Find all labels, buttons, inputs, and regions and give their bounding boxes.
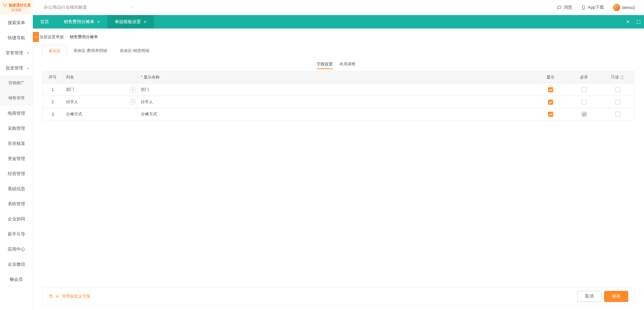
checkbox[interactable] xyxy=(615,87,620,92)
cell-seq: 3 xyxy=(43,108,63,120)
checkbox[interactable] xyxy=(548,87,553,92)
th-seq: 序号 xyxy=(43,71,63,84)
sidebar-item[interactable]: 库存核算 xyxy=(0,136,33,151)
sidebar-item[interactable]: 搜索菜单 xyxy=(0,15,33,30)
sidebar-item-label: 采购管理 xyxy=(8,125,25,132)
sidebar-item-label: 快捷导航 xyxy=(8,35,25,41)
tab[interactable]: 销售费用分摊单✕ xyxy=(56,15,107,29)
sidebar-item-label: 电商管理 xyxy=(8,110,25,116)
inner-tab[interactable]: 表体区-销货明细 xyxy=(113,45,156,57)
display-name-input[interactable] xyxy=(141,112,531,117)
sidebar-item-label: 库存核算 xyxy=(8,141,25,147)
cell-seq: 1 xyxy=(43,84,63,96)
sub-tab[interactable]: 布局调整 xyxy=(339,60,356,69)
table-row: 2经手人+ xyxy=(43,96,634,108)
app-download-link[interactable]: App下载 xyxy=(581,4,604,10)
close-icon[interactable]: ✕ xyxy=(144,20,147,24)
sidebar-item[interactable]: 畅会员 xyxy=(0,272,33,287)
th-show: 显示 xyxy=(534,71,567,84)
table-row: 1部门+ xyxy=(43,84,634,96)
sidebar-item[interactable]: 快捷导航 xyxy=(0,30,33,45)
expand-panel-button[interactable]: » xyxy=(33,32,39,42)
sidebar-item[interactable]: 批发管理▴ xyxy=(0,60,33,75)
sidebar-item[interactable]: 经营管理 xyxy=(0,166,33,181)
sidebar-item[interactable]: 采购管理 xyxy=(0,121,33,136)
cell-required xyxy=(567,84,601,96)
tab-close-all-icon[interactable]: ✕ xyxy=(623,15,633,29)
checkbox[interactable] xyxy=(548,100,553,105)
tab-label: 销售费用分摊单 xyxy=(64,19,94,25)
tab[interactable]: 首页 xyxy=(33,15,56,29)
footer-bar: 管理自定义字段 取消 保存 xyxy=(42,287,635,305)
brand-edition: 标准版 xyxy=(11,8,21,12)
app-title-caret-icon[interactable]: ▾ xyxy=(131,6,132,9)
brand-name: 畅捷通好生意 xyxy=(9,3,31,8)
user-menu[interactable]: demo2 xyxy=(613,4,635,11)
cell-seq: 2 xyxy=(43,96,63,108)
sidebar-item[interactable]: 企业协同 xyxy=(0,211,33,226)
display-name-input[interactable] xyxy=(141,100,531,104)
sidebar-item[interactable]: 企业微信 xyxy=(0,257,33,272)
checkbox[interactable] xyxy=(615,112,620,117)
inner-tab[interactable]: 表体区-费用单明细 xyxy=(67,45,113,57)
current-setting-prefix: 当前设置单据： xyxy=(40,34,68,40)
display-name-input[interactable] xyxy=(141,87,531,92)
manage-custom-fields-link[interactable]: 管理自定义字段 xyxy=(62,294,90,299)
message-icon xyxy=(557,5,562,10)
cell-show xyxy=(534,84,567,96)
svg-point-3 xyxy=(57,296,58,297)
sidebar-item[interactable]: 应用中心 xyxy=(0,242,33,257)
svg-point-1 xyxy=(583,8,584,9)
app-title[interactable]: 办公用品行业模拟账套 xyxy=(44,4,87,10)
checkbox[interactable] xyxy=(582,100,587,105)
messages-link[interactable]: 消息 xyxy=(557,4,572,10)
th-dispname: *显示名称 xyxy=(137,71,534,84)
th-readonly: 只读? xyxy=(601,71,634,84)
cancel-button[interactable]: 取消 xyxy=(577,291,601,302)
sidebar-subitem[interactable]: 销售管理 xyxy=(0,91,33,106)
help-icon[interactable]: ? xyxy=(620,75,624,80)
avatar xyxy=(613,4,620,11)
sidebar-subitem[interactable]: 营销推广 xyxy=(0,75,33,91)
add-custom-field-button[interactable]: + xyxy=(130,99,136,105)
cell-add: + xyxy=(126,96,137,108)
checkbox[interactable] xyxy=(548,112,553,117)
content: » 当前设置单据： 销售费用分摊单 表头区表体区-费用单明细表体区-销货明细 字… xyxy=(33,29,644,310)
sidebar-item[interactable]: 电商管理 xyxy=(0,106,33,121)
sidebar-item[interactable]: 系统管理 xyxy=(0,196,33,211)
sidebar-item[interactable]: 零售管理▾ xyxy=(0,45,33,60)
fullscreen-icon[interactable] xyxy=(633,15,644,29)
sidebar-item[interactable]: 基础信息 xyxy=(0,181,33,196)
cell-dispname xyxy=(137,108,534,120)
sidebar-item-label: 批发管理 xyxy=(6,65,23,71)
cell-add: + xyxy=(126,84,137,96)
tab-label: 单据模板设置 xyxy=(115,19,141,25)
sidebar-item-label: 畅会员 xyxy=(10,276,23,282)
sidebar-item-label: 资金管理 xyxy=(8,156,25,162)
cell-dispname xyxy=(137,84,534,96)
add-custom-field-button[interactable]: + xyxy=(130,87,136,93)
sub-tab[interactable]: 字段设置 xyxy=(317,60,333,69)
save-button[interactable]: 保存 xyxy=(604,291,628,302)
sidebar-item[interactable]: 资金管理 xyxy=(0,151,33,166)
top-header: 畅捷通好生意 标准版 办公用品行业模拟账套 ▾ 消息 App下载 demo2 xyxy=(0,0,644,15)
sidebar: 搜索菜单快捷导航零售管理▾批发管理▴营销推广销售管理电商管理采购管理库存核算资金… xyxy=(0,15,33,310)
sidebar-item[interactable]: 新手引导 xyxy=(0,226,33,242)
cell-readonly xyxy=(601,108,634,120)
cell-readonly xyxy=(601,84,634,96)
sidebar-item-label: 新手引导 xyxy=(8,231,25,237)
sidebar-item-label: 基础信息 xyxy=(8,186,25,192)
close-icon[interactable]: ✕ xyxy=(97,20,100,24)
gear-icon[interactable] xyxy=(55,294,59,299)
inner-tabs: 表头区表体区-费用单明细表体区-销货明细 xyxy=(42,45,639,57)
tab[interactable]: 单据模板设置✕ xyxy=(107,15,154,29)
checkbox[interactable] xyxy=(582,87,587,92)
brand-box: 畅捷通好生意 标准版 xyxy=(0,0,33,15)
chevron-up-icon: ▴ xyxy=(28,66,29,70)
cell-colname: 经手人 xyxy=(63,96,126,108)
help-circle-icon[interactable] xyxy=(49,294,53,299)
checkbox[interactable] xyxy=(615,100,620,105)
inner-tab[interactable]: 表头区 xyxy=(42,45,67,57)
brand-logo-icon xyxy=(2,2,8,8)
checkbox xyxy=(582,112,587,117)
